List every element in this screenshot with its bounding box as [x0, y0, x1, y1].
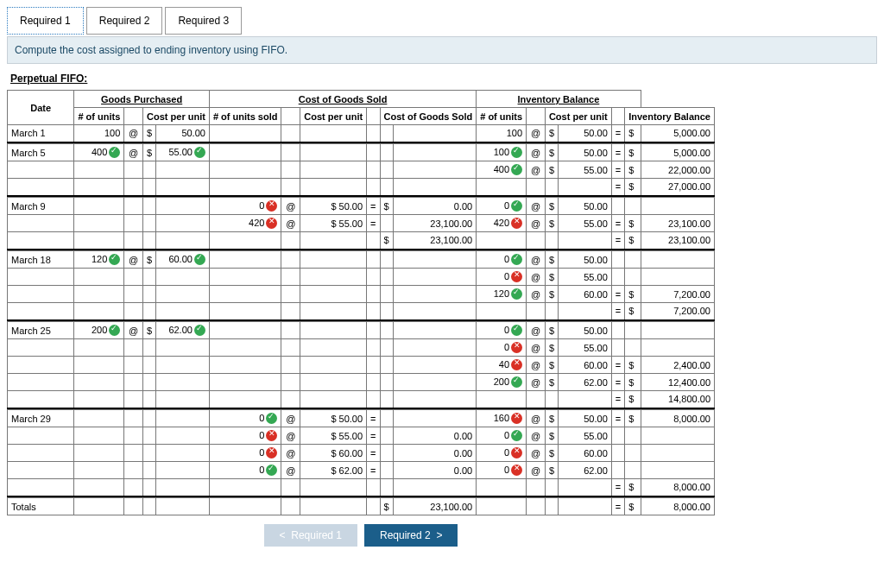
cell-cs-units[interactable]	[209, 232, 281, 250]
cell-gp-units[interactable]	[74, 339, 124, 357]
cell-gp-units[interactable]	[74, 198, 124, 215]
cell-gp-units[interactable]: 120	[74, 251, 124, 269]
cell-cs-units[interactable]	[209, 479, 281, 496]
cell-ib-units[interactable]: 420	[477, 215, 527, 232]
cell-eq	[611, 322, 624, 339]
tab-required-1[interactable]: Required 1	[7, 7, 84, 35]
cell-ib-units[interactable]	[477, 179, 527, 196]
cell-gp-cost[interactable]	[156, 161, 210, 179]
cell-cs-units[interactable]	[209, 357, 281, 374]
cell-gp-units[interactable]	[74, 179, 124, 196]
cell-cs-units[interactable]	[209, 303, 281, 320]
cell-gp-units[interactable]	[74, 445, 124, 462]
cell-gp-units[interactable]	[74, 462, 124, 479]
cell-gp-cost[interactable]	[156, 215, 210, 232]
cell-cs-units[interactable]	[209, 286, 281, 303]
cell-gp-cost[interactable]	[156, 232, 210, 250]
cell-cs-units[interactable]: 0	[209, 427, 281, 445]
next-button[interactable]: Required 2 >	[364, 524, 458, 547]
cell-cs-units[interactable]	[209, 179, 281, 196]
cell-cs-units[interactable]	[209, 269, 281, 286]
cell-cs-units[interactable]	[209, 498, 281, 515]
cell-cs-units[interactable]	[209, 144, 281, 161]
cell-gp-cost[interactable]	[156, 498, 210, 515]
cell-ib-units[interactable]: 120	[477, 286, 527, 303]
cell-gp-cost[interactable]	[156, 286, 210, 303]
cell-gp-units[interactable]	[74, 410, 124, 427]
cell-cs-units[interactable]: 0	[209, 410, 281, 427]
cell-gp-units[interactable]	[74, 357, 124, 374]
cell-ib-units[interactable]: 40	[477, 357, 527, 374]
cell-cs-units[interactable]	[209, 161, 281, 179]
cell-cs-units[interactable]: 0	[209, 462, 281, 479]
cell-gp-cost[interactable]	[156, 410, 210, 427]
cell-cs-units[interactable]	[209, 374, 281, 391]
cell-ib-units[interactable]	[477, 303, 527, 320]
cell-ib-units[interactable]	[477, 232, 527, 250]
cell-gp-cost[interactable]	[156, 339, 210, 357]
cell-ib-units[interactable]	[477, 498, 527, 515]
cell-cs-units[interactable]	[209, 125, 281, 142]
cell-gp-cost[interactable]	[156, 374, 210, 391]
cell-gp-units[interactable]	[74, 498, 124, 515]
cell-cs-units[interactable]	[209, 391, 281, 408]
cell-dollar	[380, 479, 393, 496]
cell-cs-cost: $ 60.00	[300, 445, 367, 462]
cell-cs-units[interactable]: 420	[209, 215, 281, 232]
cell-gp-cost[interactable]: 50.00	[156, 125, 210, 142]
cell-gp-cost[interactable]	[156, 479, 210, 496]
cell-ib-units[interactable]: 0	[477, 462, 527, 479]
cell-cs-units[interactable]	[209, 251, 281, 269]
cell-ib-units[interactable]: 400	[477, 161, 527, 179]
cell-ib-units[interactable]: 100	[477, 125, 527, 142]
cell-gp-units[interactable]	[74, 374, 124, 391]
cell-ib-units[interactable]: 0	[477, 269, 527, 286]
cell-ib-units[interactable]: 0	[477, 198, 527, 215]
cell-gp-units[interactable]	[74, 286, 124, 303]
cell-dollar	[380, 269, 393, 286]
tab-required-2[interactable]: Required 2	[86, 7, 163, 35]
tab-required-3[interactable]: Required 3	[165, 7, 242, 35]
cell-gp-cost[interactable]	[156, 391, 210, 408]
cell-ib-units[interactable]: 0	[477, 339, 527, 357]
cell-ib-units[interactable]: 0	[477, 427, 527, 445]
cell-cs-units[interactable]	[209, 339, 281, 357]
cell-gp-units[interactable]: 200	[74, 322, 124, 339]
cell-gp-units[interactable]	[74, 269, 124, 286]
cell-gp-units[interactable]: 100	[74, 125, 124, 142]
cell-ib-units[interactable]: 0	[477, 251, 527, 269]
cell-gp-cost[interactable]: 60.00	[156, 251, 210, 269]
cell-gp-cost[interactable]	[156, 179, 210, 196]
cell-gp-units[interactable]	[74, 232, 124, 250]
cell-gp-units[interactable]	[74, 479, 124, 496]
cell-gp-cost[interactable]	[156, 198, 210, 215]
cell-cs-units[interactable]: 0	[209, 445, 281, 462]
cell-ib-units[interactable]: 0	[477, 445, 527, 462]
cell-cs-units[interactable]	[209, 322, 281, 339]
cell-gp-units[interactable]	[74, 215, 124, 232]
prev-button[interactable]: < Required 1	[264, 524, 357, 547]
cell-dollar	[143, 339, 156, 357]
cell-gp-cost[interactable]	[156, 357, 210, 374]
cell-ib-units[interactable]	[477, 391, 527, 408]
cell-gp-cost[interactable]	[156, 303, 210, 320]
cell-gp-units[interactable]	[74, 427, 124, 445]
cell-dollar: $	[545, 445, 558, 462]
cell-gp-cost[interactable]	[156, 427, 210, 445]
cell-gp-units[interactable]: 400	[74, 144, 124, 161]
cell-gp-cost[interactable]	[156, 269, 210, 286]
cell-gp-cost[interactable]	[156, 445, 210, 462]
cell-ib-units[interactable]: 0	[477, 322, 527, 339]
cell-cs-units[interactable]: 0	[209, 198, 281, 215]
cell-ib-units[interactable]: 160	[477, 410, 527, 427]
cell-gp-units[interactable]	[74, 391, 124, 408]
cell-ib-units[interactable]: 100	[477, 144, 527, 161]
cell-gp-cost[interactable]: 62.00	[156, 322, 210, 339]
cell-gp-units[interactable]	[74, 303, 124, 320]
cell-ib-units[interactable]: 200	[477, 374, 527, 391]
cell-gp-cost[interactable]	[156, 462, 210, 479]
cell-gp-cost[interactable]: 55.00	[156, 144, 210, 161]
cell-gp-units[interactable]	[74, 161, 124, 179]
cell-dollar	[143, 479, 156, 496]
cell-ib-units[interactable]	[477, 479, 527, 496]
